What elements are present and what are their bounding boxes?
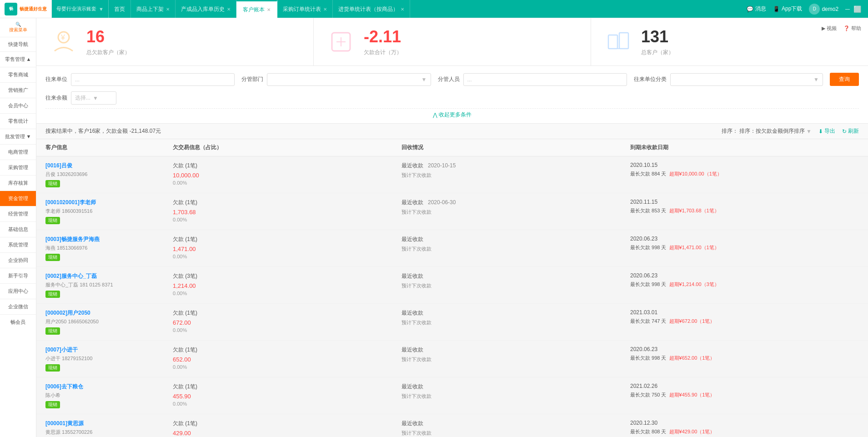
filter-manager: 分管人员 ... [438, 73, 627, 86]
customer-name-2[interactable]: [0003]畅捷服务尹海燕 [45, 236, 173, 243]
unit-category-label: 往来单位分类 [634, 75, 667, 83]
stat-debt-customers: ¥ 16 总欠款客户（家） [36, 18, 314, 65]
department-input[interactable]: ▼ [267, 73, 431, 86]
debt-label-0: 欠款 (1笔) [173, 162, 401, 170]
close-icon-4[interactable]: ✕ [323, 7, 327, 12]
sidebar-item-member-vip[interactable]: 畅会员 [0, 315, 36, 330]
maximize-icon[interactable]: ⬜ [853, 5, 861, 13]
debt-amount-1: 1,703.68 [173, 209, 401, 216]
customer-phone-1: 李老师 18600391516 [45, 208, 173, 215]
customer-phone-0: 吕俊 13026203696 [45, 171, 173, 178]
tab-customer-account[interactable]: 客户账本 ✕ [236, 0, 277, 18]
sidebar-item-purchase[interactable]: 采购管理 [0, 160, 36, 176]
tabs-container: 首页 商品上下架 ✕ 产成品入库单历史 ✕ 客户账本 ✕ 采购订单统计表 ✕ 进… [109, 0, 740, 18]
source-unit-input[interactable]: ... [71, 73, 235, 86]
video-btn[interactable]: ▶ 视频 [822, 25, 837, 32]
video-icon: ▶ [822, 25, 825, 31]
filter-balance: 往来余额 选择... ▼ [45, 91, 116, 105]
close-icon-2[interactable]: ✕ [227, 7, 231, 12]
sidebar-item-retail-mall[interactable]: 零售商城 [0, 67, 36, 83]
sidebar-item-enterprise-wechat[interactable]: 企业微信 [0, 299, 36, 315]
sidebar-item-ecommerce[interactable]: 电商管理 [0, 145, 36, 160]
sidebar-item-capital[interactable]: 资金管理 [0, 191, 36, 206]
filter-department: 分管部门 ▼ [241, 73, 431, 86]
app-name: 畅捷通好生意 [20, 6, 47, 12]
customer-name-3[interactable]: [0002]服务中心_丁磊 [45, 272, 173, 280]
export-icon: ⬇ [818, 128, 823, 135]
stat-actions: ▶ 视频 ❓ 帮助 [822, 25, 861, 32]
customer-name-1[interactable]: [0001020001]李老师 [45, 199, 173, 206]
company-name[interactable]: 母婴行业演示账套 ▼ [52, 0, 109, 18]
sidebar-item-app-center[interactable]: 应用中心 [0, 284, 36, 299]
debt-amount-0: 10,000.00 [173, 172, 401, 179]
sidebar-item-warehouse[interactable]: 库存核算 [0, 176, 36, 191]
table-row: [000002]用户2050 用户2050 18665062050 现销 欠款 … [36, 304, 868, 341]
refresh-icon: ↻ [842, 128, 847, 135]
export-btn[interactable]: ⬇ 导出 [818, 127, 835, 135]
search-icon: 🔍 [2, 22, 34, 27]
department-label: 分管部门 [241, 75, 263, 83]
sidebar-item-enterprise-collab[interactable]: 企业协同 [0, 253, 36, 268]
sidebar-item-retail-mgmt[interactable]: 零售管理 ▲ [0, 52, 36, 67]
debt-amount-icon [327, 28, 355, 55]
tab-purchase-order[interactable]: 采购订单统计表 ✕ [277, 0, 333, 18]
total-customers-icon [605, 28, 632, 55]
close-icon-3[interactable]: ✕ [267, 7, 271, 12]
balance-input[interactable]: 选择... ▼ [71, 91, 116, 105]
minimize-icon[interactable]: ─ [845, 5, 850, 13]
tab-purchase-stats[interactable]: 进货单统计表（按商品） ✕ [333, 0, 410, 18]
message-btn[interactable]: 💬 消息 [747, 5, 766, 13]
sidebar-search-menu[interactable]: 🔍 搜索菜单 [0, 18, 36, 37]
top-right-controls: 💬 消息 📱 App下载 D demo2 ─ ⬜ [740, 0, 868, 18]
sort-selector[interactable]: 排序：排序：按欠款金额倒序排序▼ [722, 127, 812, 135]
app-download-btn[interactable]: 📱 App下载 [773, 5, 802, 13]
filter-source-unit: 往来单位 ... [45, 73, 235, 86]
manager-label: 分管人员 [438, 75, 460, 83]
unit-category-input[interactable]: ▼ [670, 73, 823, 86]
sidebar-item-batch-mgmt[interactable]: 批发管理 ▼ [0, 129, 36, 145]
debt-percent-0: 0.00% [173, 180, 401, 186]
svg-rect-3 [608, 35, 617, 49]
close-icon-5[interactable]: ✕ [401, 7, 404, 12]
filter-area: 往来单位 ... 分管部门 ▼ 分管人员 . [36, 66, 868, 124]
customer-tag-1: 现销 [45, 217, 60, 224]
customer-name-0[interactable]: [0016]吕俊 [45, 162, 173, 170]
stat-debt-amount: -2.11 欠款合计（万） [314, 18, 591, 65]
message-icon: 💬 [747, 6, 753, 12]
due-date-0: 2020.10.15 [630, 162, 859, 168]
tab-product-shelf[interactable]: 商品上下架 ✕ [131, 0, 176, 18]
debt-percent-1: 0.00% [173, 217, 401, 222]
refresh-btn[interactable]: ↻ 刷新 [842, 127, 859, 135]
stat-total-customers: 131 总客户（家） ▶ 视频 ❓ 帮助 [591, 18, 868, 65]
debt-label-1: 欠款 (1笔) [173, 199, 401, 206]
sidebar-item-operation[interactable]: 经营管理 [0, 206, 36, 222]
sidebar-item-system[interactable]: 系统管理 [0, 237, 36, 253]
due-date-1: 2020.11.15 [630, 199, 859, 205]
collapse-btn[interactable]: ⋀ 收起更多条件 [45, 108, 859, 121]
user-menu[interactable]: D demo2 [809, 4, 838, 15]
search-button[interactable]: 查询 [830, 73, 859, 86]
debt-customers-number: 16 [86, 27, 300, 46]
sidebar-item-member-center[interactable]: 会员中心 [0, 98, 36, 114]
table-row: [0007]小进干 小进干 18279152100 现销 欠款 (1笔) 652… [36, 341, 868, 377]
filter-unit-category: 往来单位分类 ▼ [634, 73, 823, 86]
debt-customers-label: 总欠款客户（家） [86, 49, 300, 56]
result-actions: 排序：排序：按欠款金额倒序排序▼ ⬇ 导出 ↻ 刷新 [722, 127, 859, 135]
sidebar-item-newbie[interactable]: 新手引导 [0, 268, 36, 284]
table-row: [0006]去下粮仓 陈小希 现销 欠款 (1笔) 455.90 0.00% 最… [36, 377, 868, 414]
close-icon[interactable]: ✕ [166, 7, 170, 12]
sidebar-item-marketing[interactable]: 营销推广 [0, 83, 36, 98]
help-icon: ❓ [843, 25, 850, 31]
tab-home[interactable]: 首页 [109, 0, 131, 18]
sidebar-item-retail-stats[interactable]: 零售统计 [0, 114, 36, 129]
sidebar-quick-nav[interactable]: 快捷导航 [0, 37, 36, 52]
tab-product-history[interactable]: 产成品入库单历史 ✕ [176, 0, 236, 18]
table-row: [0002]服务中心_丁磊 服务中心_丁磊 181 0125 8371 现销 欠… [36, 267, 868, 304]
manager-input[interactable]: ... [463, 73, 627, 86]
sidebar-item-basic-info[interactable]: 基础信息 [0, 222, 36, 237]
help-btn[interactable]: ❓ 帮助 [843, 25, 861, 32]
next-collection-0: 预计下次收款 [401, 172, 630, 179]
balance-label: 往来余额 [45, 94, 67, 102]
debt-customers-icon: ¥ [50, 28, 77, 55]
filter-row-2: 往来余额 选择... ▼ [45, 91, 859, 105]
